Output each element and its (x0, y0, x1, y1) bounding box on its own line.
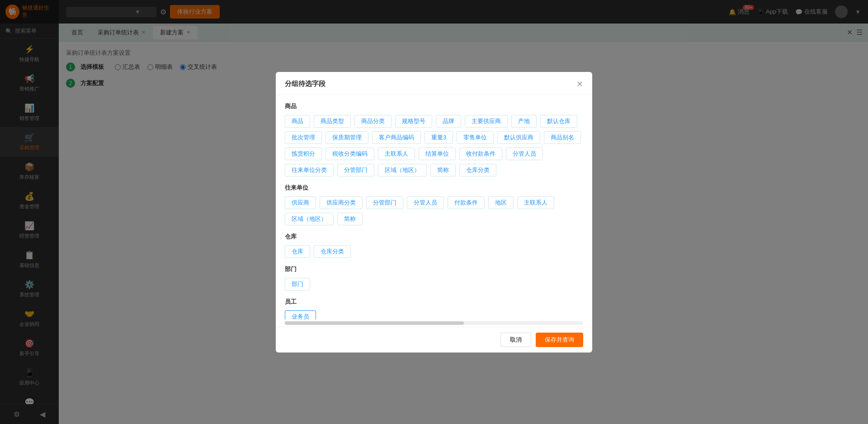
modal-cancel-button[interactable]: 取消 (500, 333, 531, 347)
field-chip[interactable]: 默认供应商 (497, 131, 540, 144)
field-chip[interactable]: 零售单位 (457, 131, 494, 144)
field-chip[interactable]: 产地 (511, 115, 537, 128)
modal-title: 分组待选字段 (285, 80, 326, 88)
partner-field-grid: 供应商 供应商分类 分管部门 分管人员 付款条件 地区 主联系人 区域（地区） … (285, 196, 583, 225)
section-goods-title: 商品 (285, 102, 583, 110)
modal-header: 分组待选字段 ✕ (276, 72, 592, 95)
section-staff: 员工 业务员 (285, 298, 583, 319)
section-warehouse-title: 仓库 (285, 233, 583, 241)
field-chip[interactable]: 拣货积分 (285, 148, 322, 160)
modal-close-icon[interactable]: ✕ (576, 79, 583, 89)
field-chip[interactable]: 规格型号 (395, 115, 432, 128)
field-chip[interactable]: 分管人员 (407, 196, 444, 209)
field-chip[interactable]: 收付款条件 (459, 148, 502, 160)
section-dept-title: 部门 (285, 265, 583, 273)
field-chip-staff[interactable]: 业务员 (285, 310, 316, 319)
field-chip[interactable]: 仓库 (285, 245, 310, 258)
field-chip[interactable]: 往来单位分类 (285, 164, 334, 176)
field-chip[interactable]: 默认仓库 (540, 115, 577, 128)
modal-scrollbar-area (276, 319, 592, 327)
field-chip[interactable]: 主联系人 (378, 148, 415, 160)
app-container: 畅 畅捷通好生意 🔍 搜索菜单 ⚡ 快捷导航 📢 营销推广 📊 销售管理 🛒 采… (0, 0, 868, 424)
field-chip[interactable]: 重量3 (425, 131, 453, 144)
field-chip[interactable]: 分管部门 (366, 196, 403, 209)
warehouse-field-grid: 仓库 仓库分类 (285, 245, 583, 258)
field-chip[interactable]: 主联系人 (517, 196, 554, 209)
field-chip[interactable]: 仓库分类 (314, 245, 351, 258)
field-chip[interactable]: 主要供应商 (465, 115, 508, 128)
field-chip[interactable]: 仓库分类 (459, 164, 496, 176)
h-scrollbar-track[interactable] (285, 321, 583, 325)
section-goods: 商品 商品 商品类型 商品分类 规格型号 品牌 主要供应商 产地 默认仓库 批次… (285, 102, 583, 176)
modal-save-button[interactable]: 保存并查询 (536, 333, 583, 347)
main-area: ▼ ⚙ 体验行业方案 🔔 消息 99+ 📱 App下载 💬 在线客服 (59, 0, 868, 424)
section-dept: 部门 部门 (285, 265, 583, 291)
field-chip[interactable]: 分管部门 (337, 164, 374, 176)
field-chip[interactable]: 商品别名 (544, 131, 581, 144)
staff-field-grid: 业务员 (285, 310, 583, 319)
field-chip[interactable]: 地区 (488, 196, 514, 209)
field-chip[interactable]: 分管人员 (506, 148, 543, 160)
field-chip[interactable]: 区域（地区） (378, 164, 427, 176)
field-chip[interactable]: 保质期管理 (326, 131, 368, 144)
field-chip[interactable]: 商品类型 (314, 115, 351, 128)
field-chip[interactable]: 商品 (285, 115, 310, 128)
field-chip[interactable]: 供应商 (285, 196, 316, 209)
section-partner-title: 往来单位 (285, 184, 583, 192)
field-chip[interactable]: 税收分类编码 (326, 148, 374, 160)
modal-footer: 取消 保存并查询 (276, 327, 592, 353)
field-chip[interactable]: 客户商品编码 (372, 131, 421, 144)
goods-field-grid: 商品 商品类型 商品分类 规格型号 品牌 主要供应商 产地 默认仓库 批次管理 … (285, 115, 583, 176)
field-chip[interactable]: 品牌 (436, 115, 461, 128)
field-chip[interactable]: 区域（地区） (285, 213, 334, 225)
section-staff-title: 员工 (285, 298, 583, 306)
h-scrollbar-thumb[interactable] (285, 321, 464, 325)
field-chip[interactable]: 部门 (285, 278, 310, 291)
field-chip[interactable]: 供应商分类 (320, 196, 363, 209)
field-chip[interactable]: 批次管理 (285, 131, 322, 144)
field-chip[interactable]: 结算单位 (419, 148, 456, 160)
field-chip[interactable]: 简称 (337, 213, 363, 225)
modal-body[interactable]: 商品 商品 商品类型 商品分类 规格型号 品牌 主要供应商 产地 默认仓库 批次… (276, 95, 592, 319)
modal-overlay: 分组待选字段 ✕ 商品 商品 商品类型 商品分类 规格型号 品牌 主要供应商 (0, 0, 868, 424)
dept-field-grid: 部门 (285, 278, 583, 291)
modal-dialog: 分组待选字段 ✕ 商品 商品 商品类型 商品分类 规格型号 品牌 主要供应商 (276, 72, 592, 353)
section-warehouse: 仓库 仓库 仓库分类 (285, 233, 583, 258)
field-chip[interactable]: 付款条件 (448, 196, 485, 209)
field-chip[interactable]: 简称 (430, 164, 456, 176)
field-chip[interactable]: 商品分类 (354, 115, 392, 128)
section-partner: 往来单位 供应商 供应商分类 分管部门 分管人员 付款条件 地区 主联系人 区域… (285, 184, 583, 225)
